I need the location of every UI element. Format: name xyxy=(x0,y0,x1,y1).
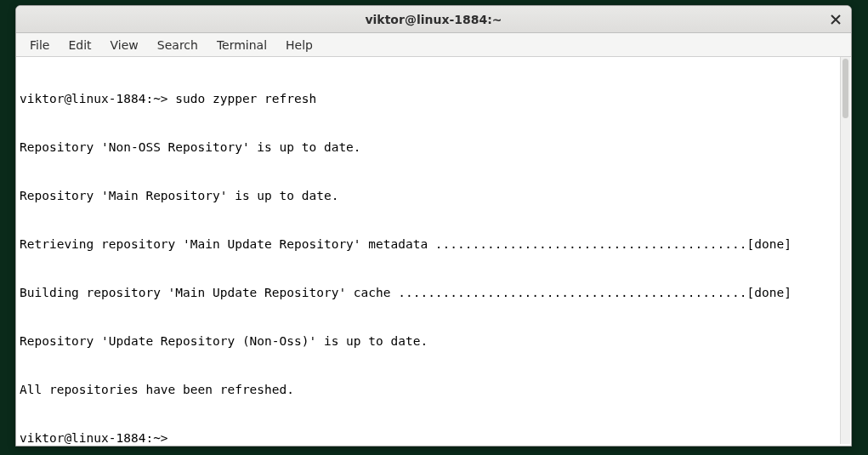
terminal-line: All repositories have been refreshed. xyxy=(20,382,848,398)
menu-terminal[interactable]: Terminal xyxy=(208,36,275,54)
menu-view[interactable]: View xyxy=(102,36,147,54)
terminal-line: Repository 'Update Repository (Non-Oss)'… xyxy=(20,333,848,350)
terminal-output[interactable]: viktor@linux-1884:~> sudo zypper refresh… xyxy=(16,57,851,446)
menu-search[interactable]: Search xyxy=(149,36,207,54)
scrollbar[interactable] xyxy=(840,57,850,444)
terminal-line: Retrieving repository 'Main Update Repos… xyxy=(20,236,848,253)
terminal-line: Building repository 'Main Update Reposit… xyxy=(20,285,848,301)
terminal-line: viktor@linux-1884:~> sudo zypper refresh xyxy=(20,91,848,107)
window-title: viktor@linux-1884:~ xyxy=(365,13,502,26)
menu-file[interactable]: File xyxy=(21,36,58,54)
close-button[interactable] xyxy=(827,11,844,28)
terminal-window: viktor@linux-1884:~ File Edit View Searc… xyxy=(15,5,852,446)
terminal-line: Repository 'Non-OSS Repository' is up to… xyxy=(20,139,848,156)
titlebar: viktor@linux-1884:~ xyxy=(16,6,851,33)
menu-edit[interactable]: Edit xyxy=(60,36,99,54)
terminal-line: Repository 'Main Repository' is up to da… xyxy=(20,188,848,204)
terminal-line: viktor@linux-1884:~> xyxy=(20,430,848,446)
menu-help[interactable]: Help xyxy=(277,36,321,54)
scrollbar-thumb[interactable] xyxy=(842,59,848,118)
menubar: File Edit View Search Terminal Help xyxy=(16,33,851,57)
close-icon xyxy=(831,14,841,25)
